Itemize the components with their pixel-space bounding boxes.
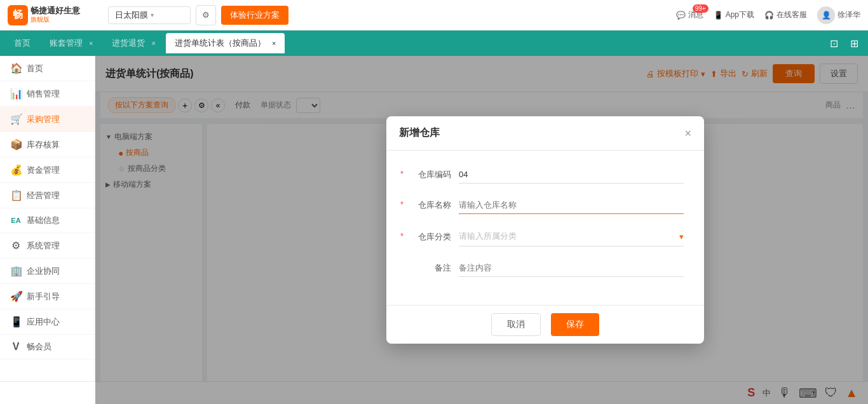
sidebar-item-basic-info[interactable]: EA 基础信息 bbox=[0, 208, 95, 233]
finance-icon: 💰 bbox=[10, 164, 22, 176]
tab-close-icon[interactable]: × bbox=[272, 39, 276, 47]
code-label: 仓库编码 bbox=[407, 169, 451, 180]
sales-icon: 📊 bbox=[10, 88, 22, 100]
avatar: 👤 bbox=[817, 6, 835, 24]
category-label: 仓库分类 bbox=[407, 231, 451, 243]
sidebar-item-vip[interactable]: V 畅会员 bbox=[0, 335, 95, 360]
tab-expand-button[interactable]: ⊞ bbox=[845, 34, 863, 52]
home-icon: 🏠 bbox=[10, 62, 22, 74]
modal-close-button[interactable]: × bbox=[684, 128, 691, 139]
sidebar: 🏠 首页 📊 销售管理 🛒 采购管理 📦 库存核算 💰 资金管理 📋 经营管理 … bbox=[0, 56, 95, 404]
settings-button[interactable]: ⚙ bbox=[196, 5, 216, 25]
sidebar-item-system[interactable]: ⚙ 系统管理 bbox=[0, 233, 95, 259]
vip-icon: V bbox=[10, 341, 22, 353]
form-row-name: 仓库名称 bbox=[407, 196, 684, 214]
tab-account-management[interactable]: 账套管理 × bbox=[41, 33, 102, 53]
modal-title: 新增仓库 bbox=[399, 126, 440, 140]
save-button[interactable]: 保存 bbox=[551, 313, 599, 336]
tab-bar: 首页 账套管理 × 进货退货 × 进货单统计表（按商品） × ⊡ ⊞ bbox=[0, 30, 868, 56]
online-service-button[interactable]: 🎧 在线客服 bbox=[764, 10, 807, 20]
top-header: 畅 畅捷通好生意 旗舰版 日太阳膜 ▾ ⚙ 体验行业方案 💬 消息 99+ 📱 … bbox=[0, 0, 868, 30]
sidebar-item-sales[interactable]: 📊 销售管理 bbox=[0, 81, 95, 107]
trial-button[interactable]: 体验行业方案 bbox=[221, 6, 288, 25]
messages-button[interactable]: 💬 消息 99+ bbox=[676, 10, 703, 20]
user-profile-button[interactable]: 👤 徐泽华 bbox=[817, 6, 860, 24]
form-row-note: 备注 bbox=[407, 259, 684, 277]
app-center-icon: 📱 bbox=[10, 316, 22, 328]
sidebar-item-app-center[interactable]: 📱 应用中心 bbox=[0, 309, 95, 335]
enterprise-icon: 🏢 bbox=[10, 265, 22, 277]
name-input[interactable] bbox=[459, 196, 684, 214]
tab-bar-controls: ⊡ ⊞ bbox=[825, 34, 863, 52]
basic-info-icon: EA bbox=[10, 217, 22, 224]
main-layout: 🏠 首页 📊 销售管理 🛒 采购管理 📦 库存核算 💰 资金管理 📋 经营管理 … bbox=[0, 56, 868, 404]
logo-text: 畅捷通好生意 旗舰版 bbox=[31, 6, 80, 25]
sidebar-item-inventory[interactable]: 📦 库存核算 bbox=[0, 132, 95, 158]
add-warehouse-modal: 新增仓库 × 仓库编码 仓库名称 仓库分类 请输入所属分类 bbox=[386, 116, 704, 344]
purchase-icon: 🛒 bbox=[10, 113, 22, 125]
sidebar-item-home[interactable]: 🏠 首页 bbox=[0, 56, 95, 81]
store-selector[interactable]: 日太阳膜 ▾ bbox=[108, 6, 191, 24]
category-placeholder: 请输入所属分类 bbox=[459, 231, 517, 242]
form-row-code: 仓库编码 bbox=[407, 166, 684, 184]
category-select[interactable]: 请输入所属分类 ▾ bbox=[459, 227, 684, 246]
cancel-button[interactable]: 取消 bbox=[491, 313, 541, 336]
tab-close-icon[interactable]: × bbox=[89, 39, 93, 47]
category-dropdown-icon: ▾ bbox=[679, 232, 684, 241]
modal-body: 仓库编码 仓库名称 仓库分类 请输入所属分类 ▾ bbox=[386, 151, 704, 305]
tab-purchase-stats[interactable]: 进货单统计表（按商品） × bbox=[166, 33, 285, 53]
headset-icon: 🎧 bbox=[764, 11, 774, 20]
sidebar-item-guide[interactable]: 🚀 新手引导 bbox=[0, 284, 95, 309]
inventory-icon: 📦 bbox=[10, 138, 22, 151]
sidebar-item-finance[interactable]: 💰 资金管理 bbox=[0, 158, 95, 183]
app-download-button[interactable]: 📱 App下载 bbox=[714, 10, 754, 20]
note-label: 备注 bbox=[407, 262, 451, 274]
logo-icon: 畅 bbox=[8, 5, 28, 25]
tab-close-icon[interactable]: × bbox=[151, 39, 155, 47]
tab-purchase-return[interactable]: 进货退货 × bbox=[103, 33, 164, 53]
operations-icon: 📋 bbox=[10, 189, 22, 201]
guide-icon: 🚀 bbox=[10, 290, 22, 302]
logo-area: 畅 畅捷通好生意 旗舰版 bbox=[8, 5, 103, 25]
note-input[interactable] bbox=[459, 259, 684, 277]
tab-home[interactable]: 首页 bbox=[5, 33, 39, 53]
tab-restore-button[interactable]: ⊡ bbox=[825, 34, 843, 52]
code-input[interactable] bbox=[459, 166, 684, 184]
modal-header: 新增仓库 × bbox=[386, 116, 704, 151]
name-label: 仓库名称 bbox=[407, 199, 451, 211]
modal-footer: 取消 保存 bbox=[386, 305, 704, 344]
sidebar-item-purchase[interactable]: 🛒 采购管理 bbox=[0, 107, 95, 132]
message-icon: 💬 bbox=[676, 11, 686, 20]
chevron-down-icon: ▾ bbox=[151, 11, 154, 18]
form-row-category: 仓库分类 请输入所属分类 ▾ bbox=[407, 227, 684, 246]
content-area: 进货单统计(按商品) 🖨 按模板打印 ▾ ⬆ 导出 ↻ 刷新 查询 设置 bbox=[95, 56, 868, 404]
sidebar-item-operations[interactable]: 📋 经营管理 bbox=[0, 183, 95, 208]
phone-icon: 📱 bbox=[714, 11, 723, 20]
system-icon: ⚙ bbox=[10, 239, 22, 252]
sidebar-item-enterprise[interactable]: 🏢 企业协同 bbox=[0, 259, 95, 284]
header-right: 💬 消息 99+ 📱 App下载 🎧 在线客服 👤 徐泽华 bbox=[676, 6, 860, 24]
